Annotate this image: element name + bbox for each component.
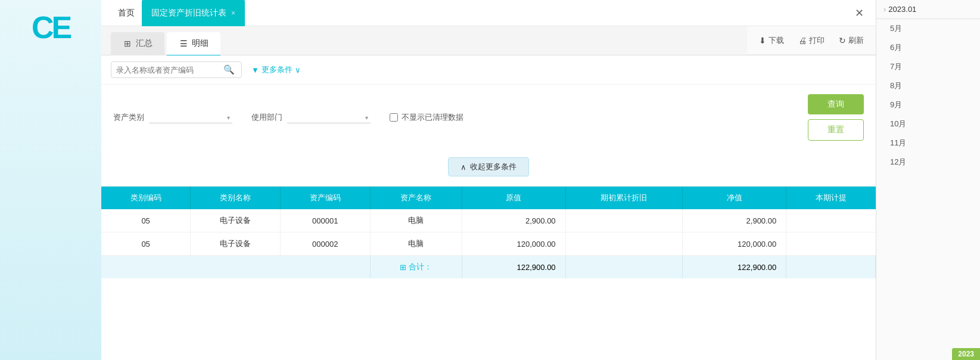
footer-label: ⊞ 合计：	[370, 256, 462, 279]
cell-category-name: 电子设备	[191, 232, 281, 256]
search-icon[interactable]: 🔍	[223, 64, 235, 75]
tab-detail-label: 明细	[192, 38, 209, 49]
search-bar: 🔍 ▼ 更多条件 ∨	[101, 55, 876, 85]
col-original-value: 原值	[462, 187, 565, 209]
month-list: 5月6月7月8月9月10月11月12月	[876, 19, 980, 172]
filter-area: 资产类别 ▾ 使用部门 ▾	[101, 85, 876, 187]
col-category-name: 类别名称	[191, 187, 281, 209]
footer-initial-depreciation	[565, 256, 683, 279]
month-item[interactable]: 11月	[876, 134, 980, 153]
date-header: › 2023.01	[876, 0, 980, 19]
cell-category-code: 05	[101, 232, 191, 256]
cell-asset-code: 000001	[280, 209, 370, 232]
filter-row: 资产类别 ▾ 使用部门 ▾	[113, 94, 864, 141]
hide-cleared-area: 不显示已清理数据	[390, 112, 463, 123]
cell-original-value: 120,000.00	[462, 232, 565, 256]
month-item[interactable]: 12月	[876, 153, 980, 172]
sub-tabs: ⊞ 汇总 ☰ 明细	[101, 26, 747, 55]
col-asset-name: 资产名称	[370, 187, 462, 209]
reset-button[interactable]: 重置	[808, 119, 864, 141]
cell-category-code: 05	[101, 209, 191, 232]
cell-net-value: 120,000.00	[683, 232, 786, 256]
refresh-icon: ↻	[839, 36, 846, 45]
hide-cleared-checkbox[interactable]	[390, 113, 398, 122]
col-net-value: 净值	[683, 187, 786, 209]
table-footer-row: ⊞ 合计： 122,900.00 122,900.00	[101, 256, 876, 279]
print-button[interactable]: 🖨 打印	[798, 35, 825, 46]
cell-current-period	[786, 209, 876, 232]
footer-current-period	[786, 256, 876, 279]
more-conditions-label: 更多条件	[262, 64, 293, 75]
use-department-label: 使用部门	[251, 112, 282, 123]
more-conditions-button[interactable]: ▼ 更多条件 ∨	[251, 64, 301, 75]
month-item[interactable]: 10月	[876, 114, 980, 134]
tab-summary-label: 汇总	[136, 38, 153, 49]
filter-icon: ▼	[251, 66, 259, 75]
month-item[interactable]: 7月	[876, 57, 980, 76]
month-item[interactable]: 5月	[876, 19, 980, 38]
month-item[interactable]: 8月	[876, 76, 980, 95]
footer-empty1	[101, 256, 370, 279]
chevron-right-icon: ›	[883, 5, 886, 14]
asset-category-label: 资产类别	[113, 112, 144, 123]
print-icon: 🖨	[798, 36, 807, 45]
query-button[interactable]: 查询	[808, 94, 864, 114]
logo-text: CE	[32, 12, 70, 43]
cell-net-value: 2,900.00	[683, 209, 786, 232]
month-item[interactable]: 6月	[876, 38, 980, 57]
chevron-down-icon: ∨	[295, 66, 301, 75]
footer-label-text: 合计：	[409, 262, 432, 272]
footer-original-value: 122,900.00	[462, 256, 565, 279]
col-asset-code: 资产编码	[280, 187, 370, 209]
refresh-label: 刷新	[848, 35, 864, 46]
layers-icon: ⊞	[123, 39, 132, 48]
col-current-period: 本期计提	[786, 187, 876, 209]
use-department-select-wrap: ▾	[287, 111, 371, 123]
collapse-button[interactable]: ∧ 收起更多条件	[448, 157, 529, 176]
cell-asset-name: 电脑	[370, 209, 462, 232]
year-badge: 2023	[952, 348, 980, 360]
action-buttons: 查询 重置	[808, 94, 864, 141]
download-label: 下载	[769, 35, 784, 46]
list-icon: ☰	[179, 39, 188, 48]
hide-cleared-label: 不显示已清理数据	[402, 112, 463, 123]
table-header-row: 类别编码 类别名称 资产编码 资产名称 原值 期初累计折旧 净值 本期计提	[101, 187, 876, 209]
total-icon: ⊞	[400, 263, 406, 272]
tab-detail[interactable]: ☰ 明细	[167, 32, 220, 56]
download-icon: ⬇	[759, 36, 766, 45]
month-item[interactable]: 9月	[876, 95, 980, 114]
cell-category-name: 电子设备	[191, 209, 281, 232]
close-tab-button[interactable]: ×	[231, 9, 235, 17]
data-table-wrap: 类别编码 类别名称 资产编码 资产名称 原值 期初累计折旧 净值 本期计提 05…	[101, 187, 876, 278]
data-table: 类别编码 类别名称 资产编码 资产名称 原值 期初累计折旧 净值 本期计提 05…	[101, 187, 876, 278]
close-window-button[interactable]: ✕	[855, 7, 864, 20]
refresh-button[interactable]: ↻ 刷新	[839, 35, 864, 46]
download-button[interactable]: ⬇ 下载	[759, 35, 784, 46]
content-area: 首页 固定资产折旧统计表 × ✕ ⊞ 汇总 ☰ 明细 ⬇	[101, 0, 876, 360]
search-input-wrap: 🔍	[111, 61, 242, 78]
collapse-label: 收起更多条件	[470, 162, 517, 172]
tab-summary[interactable]: ⊞ 汇总	[111, 32, 164, 56]
use-department-field: 使用部门 ▾	[251, 111, 371, 123]
footer-net-value: 122,900.00	[683, 256, 786, 279]
cell-initial-depreciation	[565, 209, 683, 232]
asset-category-field: 资产类别 ▾	[113, 111, 232, 123]
right-date-panel: › 2023.01 5月6月7月8月9月10月11月12月 2023	[876, 0, 980, 360]
active-tab[interactable]: 固定资产折旧统计表 ×	[142, 0, 245, 26]
cell-asset-name: 电脑	[370, 232, 462, 256]
nav-home[interactable]: 首页	[111, 8, 142, 18]
asset-category-select[interactable]	[149, 111, 232, 123]
asset-category-select-wrap: ▾	[149, 111, 232, 123]
search-input[interactable]	[116, 66, 223, 75]
cell-original-value: 2,900.00	[462, 209, 565, 232]
chevron-up-icon: ∧	[461, 163, 466, 172]
toolbar: ⬇ 下载 🖨 打印 ↻ 刷新	[747, 26, 876, 55]
table-row: 05 电子设备 000002 电脑 120,000.00 120,000.00	[101, 232, 876, 256]
use-department-select[interactable]	[287, 111, 371, 123]
col-category-code: 类别编码	[101, 187, 191, 209]
active-tab-label: 固定资产折旧统计表	[151, 8, 226, 18]
table-row: 05 电子设备 000001 电脑 2,900.00 2,900.00	[101, 209, 876, 232]
left-sidebar: CE	[0, 0, 101, 360]
cell-initial-depreciation	[565, 232, 683, 256]
col-initial-depreciation: 期初累计折旧	[565, 187, 683, 209]
